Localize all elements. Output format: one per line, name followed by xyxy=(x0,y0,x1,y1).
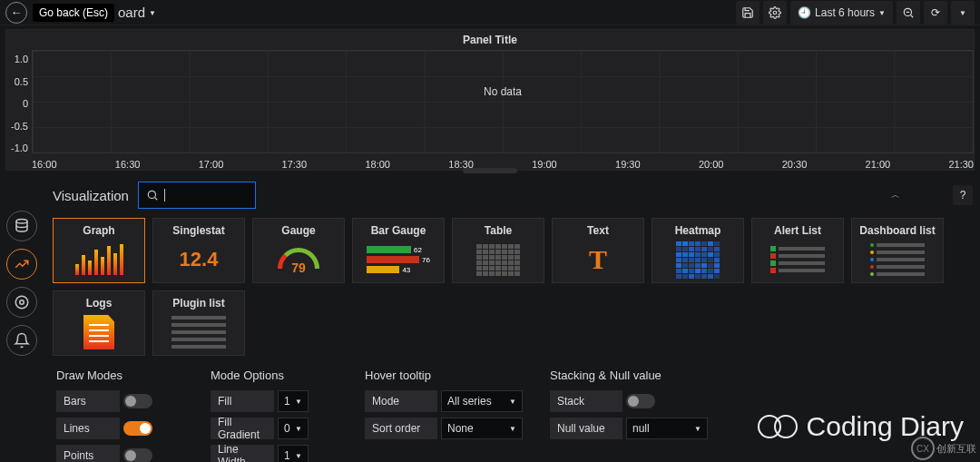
text-preview-icon: T xyxy=(562,241,634,279)
select-fill[interactable]: 1▼ xyxy=(278,390,309,412)
svg-point-4 xyxy=(16,220,27,224)
hover-tooltip-heading: Hover tooltip xyxy=(365,369,523,382)
viz-card-heatmap[interactable]: Heatmap xyxy=(652,218,744,283)
rail-queries-button[interactable] xyxy=(6,211,37,241)
wechat-icon xyxy=(758,415,798,438)
select-fill-gradient[interactable]: 0▼ xyxy=(278,418,309,439)
svg-line-8 xyxy=(154,197,157,200)
clock-icon: 🕘 xyxy=(798,6,811,19)
corner-logo-icon: CX xyxy=(911,437,935,460)
viz-label: Heatmap xyxy=(675,224,721,237)
scroll-indicator[interactable] xyxy=(463,168,517,173)
settings-button[interactable] xyxy=(763,1,787,25)
mode-options-group: Mode Options Fill1▼Fill Gradient0▼Line W… xyxy=(211,369,338,462)
viz-card-graph[interactable]: Graph xyxy=(53,218,145,283)
opt-row-sort-order: Sort orderNone▼ xyxy=(365,417,523,440)
corner-mark: CX 创新互联 xyxy=(911,437,976,460)
text-cursor xyxy=(164,189,165,202)
opt-row-lines: Lines xyxy=(56,417,183,440)
side-rail xyxy=(0,178,44,462)
viz-label: Plugin list xyxy=(172,297,224,310)
gauge-preview-icon: 79 xyxy=(262,241,335,279)
caret-down-icon: ▼ xyxy=(959,9,966,17)
viz-label: Alert List xyxy=(774,224,821,237)
chart-grid[interactable]: No data xyxy=(32,50,974,153)
collapse-button[interactable]: ︿ xyxy=(891,189,900,202)
viz-card-text[interactable]: TextT xyxy=(552,218,644,283)
save-button[interactable] xyxy=(736,1,760,25)
viz-label: Dashboard list xyxy=(859,224,935,237)
rail-visualization-button[interactable] xyxy=(6,249,37,280)
viz-card-alert[interactable]: Alert List xyxy=(751,218,844,283)
no-data-label: No data xyxy=(484,85,522,98)
refresh-button[interactable]: ⟳ xyxy=(924,1,947,25)
viz-card-dash[interactable]: Dashboard list xyxy=(851,218,944,283)
svg-point-6 xyxy=(15,296,28,309)
caret-down-icon: ▼ xyxy=(878,9,886,17)
singlestat-preview-icon: 12.4 xyxy=(162,241,235,279)
back-button[interactable]: ← xyxy=(5,2,27,24)
viz-label: Bar Gauge xyxy=(371,224,426,237)
y-axis: 1.00.50-0.5-1.0 xyxy=(6,50,32,170)
toggle-bars[interactable] xyxy=(123,394,152,408)
viz-card-singlestat[interactable]: Singlestat12.4 xyxy=(152,218,245,283)
graph-preview-icon xyxy=(63,241,135,279)
opt-row-stack: Stack xyxy=(550,389,708,413)
svg-point-0 xyxy=(773,11,777,15)
viz-label: Singlestat xyxy=(172,224,224,237)
toggle-stack[interactable] xyxy=(626,394,655,408)
back-tooltip: Go back (Esc) xyxy=(33,4,114,22)
svg-line-2 xyxy=(910,15,913,17)
viz-card-table[interactable]: Table xyxy=(452,218,544,283)
panel-title: Panel Title xyxy=(6,30,974,50)
stacking-heading: Stacking & Null value xyxy=(550,369,708,382)
plugin-preview-icon xyxy=(162,313,235,351)
viz-label: Gauge xyxy=(281,224,315,237)
heatmap-preview-icon xyxy=(662,241,734,279)
viz-label: Table xyxy=(485,224,512,237)
opt-row-fill: Fill1▼ xyxy=(211,389,338,413)
viz-card-plugin[interactable]: Plugin list xyxy=(152,290,245,356)
opt-row-line-width: Line Width1▼ xyxy=(211,444,338,462)
select-sort-order[interactable]: None▼ xyxy=(441,418,523,439)
dash-preview-icon xyxy=(861,241,934,279)
help-button[interactable]: ? xyxy=(953,185,973,205)
toggle-lines[interactable] xyxy=(123,421,152,436)
opt-row-null-value: Null valuenull▼ xyxy=(550,417,708,440)
viz-card-logs[interactable]: Logs xyxy=(53,290,145,356)
viz-label: Text xyxy=(587,224,609,237)
refresh-menu-button[interactable]: ▼ xyxy=(951,1,975,25)
select-mode[interactable]: All series▼ xyxy=(441,390,523,412)
mode-options-heading: Mode Options xyxy=(211,369,338,382)
arrow-left-icon: ← xyxy=(11,5,23,19)
draw-modes-group: Draw Modes BarsLinesPoints xyxy=(56,369,183,462)
logs-preview-icon xyxy=(63,313,135,351)
viz-label: Graph xyxy=(83,224,114,237)
hover-tooltip-group: Hover tooltip ModeAll series▼Sort orderN… xyxy=(365,369,523,462)
viz-search-input[interactable] xyxy=(138,182,256,209)
visualization-heading: Visualization xyxy=(53,188,129,203)
viz-label: Logs xyxy=(86,297,113,310)
opt-row-fill-gradient: Fill Gradient0▼ xyxy=(211,417,338,440)
time-range-button[interactable]: 🕘Last 6 hours▼ xyxy=(790,1,893,25)
chart-panel: Panel Title 1.00.50-0.5-1.0 No data 16:0… xyxy=(5,29,975,171)
toggle-points[interactable] xyxy=(123,448,152,462)
table-preview-icon xyxy=(462,241,534,279)
opt-row-points: Points xyxy=(56,444,183,462)
svg-point-5 xyxy=(20,300,24,305)
stacking-group: Stacking & Null value StackNull valuenul… xyxy=(550,369,708,462)
select-line-width[interactable]: 1▼ xyxy=(278,445,309,462)
dashboard-title[interactable]: oard▼ xyxy=(118,5,156,20)
viz-card-bargauge[interactable]: Bar Gauge627643 xyxy=(352,218,445,283)
svg-point-7 xyxy=(148,191,155,198)
opt-row-bars: Bars xyxy=(56,389,183,413)
viz-card-gauge[interactable]: Gauge79 xyxy=(252,218,345,283)
bargauge-preview-icon: 627643 xyxy=(362,241,435,279)
search-icon xyxy=(146,189,159,202)
zoom-out-button[interactable] xyxy=(897,1,920,25)
opt-row-mode: ModeAll series▼ xyxy=(365,389,523,413)
rail-general-button[interactable] xyxy=(6,287,37,318)
alert-preview-icon xyxy=(761,241,834,279)
rail-alert-button[interactable] xyxy=(6,325,37,356)
select-null-value[interactable]: null▼ xyxy=(626,418,708,439)
